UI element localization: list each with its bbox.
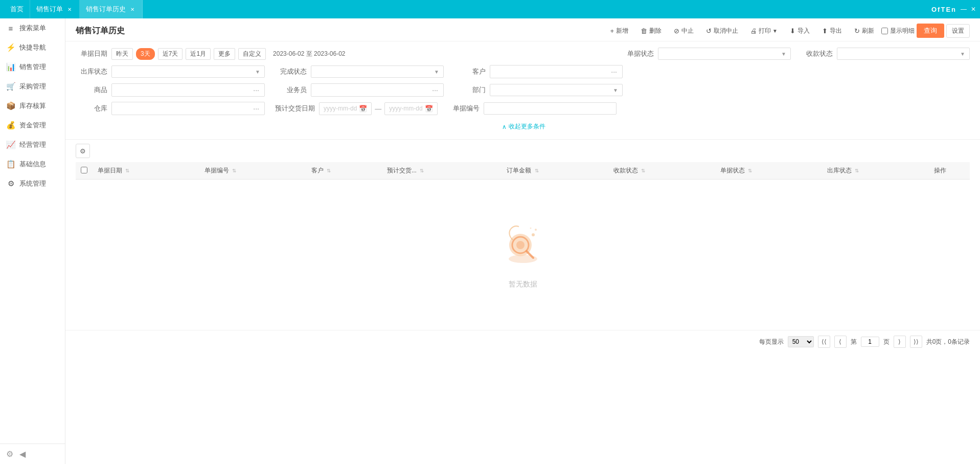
inventory-icon: 📦 [6,101,15,111]
sidebar: ≡ 搜索菜单 ⚡ 快捷导航 📊 销售管理 🛒 采购管理 📦 库存核算 💰 资金管… [0,18,65,464]
sidebar-item-quick-nav-label: 快捷导航 [19,43,46,52]
complete-status-value [315,68,317,75]
delivery-status-select[interactable]: ▼ [111,65,265,78]
th-customer[interactable]: 客户 ⇅ [306,162,382,180]
order-status-select[interactable]: ▼ [658,48,791,60]
tab-sales-order-history[interactable]: 销售订单历史 ✕ [80,0,143,18]
data-table: 单据日期 ⇅ 单据编号 ⇅ 客户 ⇅ 预计交货... [76,162,970,180]
basic-info-icon: 📋 [6,160,15,169]
top-right: OfTEn — ✕ [931,6,976,13]
tab-home[interactable]: 首页 [4,0,30,18]
department-select[interactable]: ▼ [490,84,623,96]
table-settings-btn[interactable]: ⚙ [76,144,90,158]
tab-sales-order-close[interactable]: ✕ [66,6,73,13]
cancel-stop-icon: ↺ [706,27,712,35]
delivery-date-from[interactable]: yyyy-mm-dd 📅 [319,102,372,115]
salesperson-dots-icon[interactable]: ··· [430,86,440,94]
delivery-status-value [116,68,118,75]
sidebar-item-basic-info[interactable]: 📋 基础信息 [0,154,65,174]
order-status-label: 单据状态 [622,49,658,58]
warehouse-dots-icon[interactable]: ··· [251,104,261,113]
salesperson-field[interactable]: ··· [311,83,444,97]
date-month-btn[interactable]: 近1月 [186,48,211,60]
export-button[interactable]: ⬆ 导出 [817,25,847,37]
print-button[interactable]: 🖨 打印 ▼ [745,25,783,37]
stop-button[interactable]: ⊘ 中止 [669,25,699,37]
delivery-date-to[interactable]: yyyy-mm-dd 📅 [384,102,437,115]
filter-row-3: 商品 ··· 业务员 ··· 部门 ▼ [76,83,970,97]
date-yesterday-btn[interactable]: 昨天 [111,48,133,60]
add-button[interactable]: + 新增 [605,25,634,37]
content-area: 销售订单历史 + 新增 🗑 删除 ⊘ 中止 ↺ 取消中止 [65,18,980,464]
th-date[interactable]: 单据日期 ⇅ [93,162,199,180]
first-page-btn[interactable]: ⟨⟨ [818,336,830,348]
sidebar-item-operations[interactable]: 📈 经营管理 [0,135,65,154]
payment-status-select[interactable]: ▼ [837,48,970,60]
quick-nav-icon: ⚡ [6,43,15,52]
warehouse-field[interactable]: ··· [111,102,265,115]
sidebar-item-finance[interactable]: 💰 资金管理 [0,116,65,135]
close-icon[interactable]: ✕ [971,6,976,13]
th-delivery-date[interactable]: 预计交货... ⇅ [382,162,502,180]
th-delivery-status[interactable]: 出库状态 ⇅ [822,162,929,180]
page-label: 页 [883,338,890,346]
payment-status-value [841,50,843,57]
svg-point-7 [530,228,531,229]
sidebar-item-system[interactable]: ⚙ 系统管理 [0,174,65,193]
system-icon: ⚙ [6,179,15,188]
display-detail-checkbox-label[interactable]: 显示明细 [881,27,915,35]
select-all-checkbox[interactable] [81,167,87,173]
th-order-status[interactable]: 单据状态 ⇅ [715,162,822,180]
date-3days-btn[interactable]: 3天 [136,48,155,60]
prev-page-btn[interactable]: ⟨ [834,336,847,348]
refresh-button[interactable]: ↻ 刷新 [849,25,879,37]
order-number-input[interactable] [484,102,617,115]
query-button[interactable]: 查询 [917,24,944,38]
delete-icon: 🗑 [641,27,647,35]
product-field[interactable]: ··· [111,83,265,97]
tab-sales-order[interactable]: 销售订单 ✕ [30,0,80,18]
customer-dots-icon[interactable]: ··· [609,68,619,76]
display-detail-checkbox[interactable] [881,28,888,34]
import-button[interactable]: ⬇ 导入 [785,25,815,37]
sidebar-item-sales-mgmt[interactable]: 📊 销售管理 [0,57,65,77]
tab-sales-order-history-close[interactable]: ✕ [129,6,136,13]
delete-button[interactable]: 🗑 删除 [635,25,667,37]
sidebar-item-inventory[interactable]: 📦 库存核算 [0,96,65,116]
print-icon: 🖨 [750,27,757,35]
product-dots-icon[interactable]: ··· [251,86,261,94]
collapse-bar[interactable]: ∧ 收起更多条件 [76,120,970,133]
complete-status-select[interactable]: ▼ [311,65,444,78]
th-amount[interactable]: 订单金额 ⇅ [502,162,608,180]
date-7days-btn[interactable]: 近7天 [158,48,183,60]
collapse-up-icon: ∧ [502,123,507,130]
purchase-mgmt-icon: 🛒 [6,82,15,91]
collapse-sidebar-icon[interactable]: ◀ [19,449,26,459]
sidebar-item-purchase-mgmt[interactable]: 🛒 采购管理 [0,77,65,96]
top-bar: 首页 销售订单 ✕ 销售订单历史 ✕ OfTEn — ✕ [0,0,980,18]
settings-button[interactable]: 设置 [946,24,970,38]
minimize-icon[interactable]: — [961,6,967,13]
sales-mgmt-icon: 📊 [6,62,15,72]
delivery-status-arrow-icon: ▼ [255,69,260,75]
payment-status-arrow-icon: ▼ [960,51,965,57]
last-page-btn[interactable]: ⟩⟩ [910,336,922,348]
next-page-btn[interactable]: ⟩ [894,336,906,348]
th-payment-status[interactable]: 收款状态 ⇅ [608,162,715,180]
th-number[interactable]: 单据编号 ⇅ [199,162,306,180]
settings-bottom-icon[interactable]: ⚙ [6,449,13,459]
sidebar-item-inventory-label: 库存核算 [19,101,46,111]
sidebar-item-search-menu[interactable]: ≡ 搜索菜单 [0,18,65,38]
department-label: 部门 [454,85,490,95]
date-more-btn[interactable]: 更多 [214,48,235,60]
cancel-stop-button[interactable]: ↺ 取消中止 [701,25,743,37]
current-page-input[interactable] [861,337,879,347]
search-menu-icon: ≡ [6,24,15,33]
sort-order-status-icon: ⇅ [748,168,752,173]
sidebar-item-quick-nav[interactable]: ⚡ 快捷导航 [0,38,65,57]
date-custom-btn[interactable]: 自定义 [238,48,266,60]
page-size-select[interactable]: 50 10 20 100 [788,336,814,347]
sidebar-item-basic-info-label: 基础信息 [19,160,46,169]
filter-row-1: 单据日期 昨天 3天 近7天 近1月 更多 [76,48,970,60]
customer-field[interactable]: ··· [490,65,623,78]
